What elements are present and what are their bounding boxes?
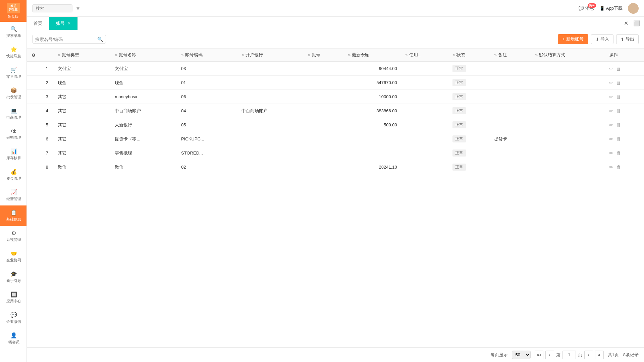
edit-btn[interactable]: ✏ — [609, 136, 613, 142]
tab-home[interactable]: 首页 — [27, 17, 49, 30]
th-account-type[interactable]: ⇅账号类型 — [54, 49, 111, 62]
th-settings[interactable]: ⚙ — [27, 49, 40, 62]
td-account-code: PICKUPC... — [177, 132, 237, 146]
sidebar-item-quick-nav[interactable]: ⭐快捷导航 — [0, 42, 26, 63]
top-search-input[interactable] — [32, 4, 72, 12]
delete-btn[interactable]: 🗑 — [616, 122, 621, 128]
sidebar-item-new-guide[interactable]: 🎓新手引导 — [0, 267, 26, 287]
sidebar-item-purchase-mgmt[interactable]: 🛍采购管理 — [0, 124, 26, 144]
edit-btn[interactable]: ✏ — [609, 94, 613, 100]
sidebar-item-retail-mgmt[interactable]: 🛒零售管理 — [0, 63, 26, 83]
delete-btn[interactable]: 🗑 — [616, 66, 621, 71]
th-bank[interactable]: ⇅开户银行 — [237, 49, 304, 62]
table-row: 4 其它 中百商场账户 04 中百商场账户 383866.00 正常 ✏ 🗑 — [27, 104, 644, 118]
first-page-btn[interactable]: ⏮ — [535, 351, 543, 359]
th-balance[interactable]: ⇅最新余额 — [344, 49, 401, 62]
search-input[interactable] — [35, 37, 97, 42]
delete-btn[interactable]: 🗑 — [616, 150, 621, 156]
td-usage — [401, 76, 448, 90]
edit-btn[interactable]: ✏ — [609, 164, 613, 170]
tab-maximize-btn[interactable]: ⬜ — [632, 19, 641, 28]
sidebar-item-system-mgmt[interactable]: ⚙系统管理 — [0, 226, 26, 246]
edit-btn[interactable]: ✏ — [609, 66, 613, 72]
td-account-code: 06 — [177, 90, 237, 104]
tab-close-accounts[interactable]: ✕ — [67, 21, 71, 26]
tab-close-btn[interactable]: ✕ — [621, 19, 631, 28]
search-box: 🔍 — [32, 35, 106, 44]
app-download-button[interactable]: 📱 App下载 — [599, 5, 623, 11]
edit-btn[interactable]: ✏ — [609, 150, 613, 156]
table-row: 2 现金 现金 01 547670.00 正常 ✏ 🗑 — [27, 76, 644, 90]
add-account-button[interactable]: + 新增账号 — [558, 34, 588, 44]
th-status[interactable]: ⇅状态 — [448, 49, 490, 62]
td-default-settlement — [531, 160, 605, 174]
sidebar-item-operations-mgmt[interactable]: 📈经营管理 — [0, 185, 26, 205]
logo-icon: 粮总好生意 — [7, 3, 20, 13]
sidebar-item-search-menu[interactable]: 🔍搜索菜单 — [0, 22, 26, 42]
last-page-btn[interactable]: ⏭ — [595, 351, 604, 359]
td-remark — [490, 160, 531, 174]
sidebar-item-wholesale-mgmt[interactable]: 📦批发管理 — [0, 83, 26, 104]
page-input[interactable] — [562, 351, 576, 359]
edit-btn[interactable]: ✏ — [609, 122, 613, 128]
sidebar-item-app-center[interactable]: 🔲应用中心 — [0, 287, 26, 308]
edit-btn[interactable]: ✏ — [609, 108, 613, 114]
search-icon[interactable]: 🔍 — [97, 37, 103, 42]
logo-text: 乐盘版 — [8, 14, 19, 19]
delete-btn[interactable]: 🗑 — [616, 136, 621, 142]
next-page-btn[interactable]: › — [584, 351, 593, 359]
td-actions: ✏ 🗑 — [605, 132, 644, 146]
prev-page-btn[interactable]: ‹ — [545, 351, 554, 359]
edit-btn[interactable]: ✏ — [609, 80, 613, 86]
td-remark — [490, 62, 531, 76]
sidebar-item-member[interactable]: 👤畅会员 — [0, 328, 26, 349]
td-settings — [27, 104, 40, 118]
delete-btn[interactable]: 🗑 — [616, 94, 621, 100]
sidebar-item-finance-mgmt[interactable]: 💰资金管理 — [0, 165, 26, 185]
th-account-name[interactable]: ⇅账号名称 — [111, 49, 177, 62]
td-no: 1 — [40, 62, 54, 76]
th-account-no[interactable]: ⇅账号 — [304, 49, 344, 62]
logo: 粮总好生意 乐盘版 — [0, 0, 26, 22]
export-button[interactable]: ⬆ 导出 — [616, 34, 639, 44]
td-settings — [27, 160, 40, 174]
td-balance: 383866.00 — [344, 104, 401, 118]
td-account-type: 支付宝 — [54, 62, 111, 76]
page-size-select[interactable]: 50 20 100 — [512, 351, 531, 359]
td-balance: 500.00 — [344, 118, 401, 132]
td-settings — [27, 76, 40, 90]
sidebar-label-quick-nav: 快捷导航 — [6, 54, 21, 59]
td-status: 正常 — [448, 76, 490, 90]
td-account-code: STORED... — [177, 146, 237, 160]
td-settings — [27, 90, 40, 104]
message-button[interactable]: 💬 消息 99+ — [579, 5, 594, 11]
th-default-settlement[interactable]: ⇅默认结算方式 — [531, 49, 605, 62]
td-status: 正常 — [448, 90, 490, 104]
sidebar-label-search-menu: 搜索菜单 — [6, 33, 21, 38]
th-account-code[interactable]: ⇅账号编码 — [177, 49, 237, 62]
td-no: 5 — [40, 118, 54, 132]
sidebar-item-basic-info[interactable]: 📋基础信息 — [0, 205, 26, 226]
tab-accounts[interactable]: 账号✕ — [49, 17, 78, 30]
table-row: 5 其它 大新银行 05 500.00 正常 ✏ 🗑 — [27, 118, 644, 132]
sidebar-item-enterprise-agreement[interactable]: 🤝企业协同 — [0, 246, 26, 267]
sidebar-item-ecommerce-mgmt[interactable]: 💻电商管理 — [0, 104, 26, 124]
sidebar-item-inventory[interactable]: 📊库存核算 — [0, 144, 26, 165]
import-button[interactable]: ⬇ 导入 — [591, 34, 613, 44]
dropdown-icon[interactable]: ▾ — [76, 5, 79, 12]
delete-btn[interactable]: 🗑 — [616, 108, 621, 114]
avatar[interactable] — [628, 3, 639, 14]
pagination: ⏮ ‹ 第 页 › ⏭ — [535, 351, 604, 359]
toolbar: 🔍 + 新增账号 ⬇ 导入 ⬆ 导出 — [27, 30, 644, 49]
td-account-name: 支付宝 — [111, 62, 177, 76]
th-usage[interactable]: ⇅使用... — [401, 49, 448, 62]
sidebar-item-enterprise-wechat[interactable]: 💬企业微信 — [0, 308, 26, 328]
delete-btn[interactable]: 🗑 — [616, 80, 621, 85]
sidebar-label-finance-mgmt: 资金管理 — [6, 176, 21, 181]
th-remark[interactable]: ⇅备注 — [490, 49, 531, 62]
delete-btn[interactable]: 🗑 — [616, 164, 621, 170]
sidebar-label-basic-info: 基础信息 — [6, 217, 21, 222]
td-no: 8 — [40, 160, 54, 174]
sidebar-label-purchase-mgmt: 采购管理 — [6, 135, 21, 140]
main-area: ▾ 💬 消息 99+ 📱 App下载 首页账号✕ ✕ ⬜ — [27, 0, 644, 362]
